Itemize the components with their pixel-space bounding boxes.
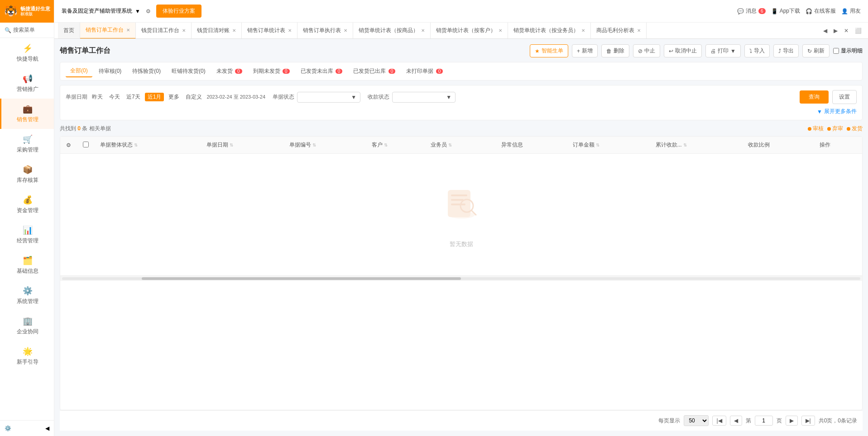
sidebar-item-inventory[interactable]: 📦 库存核算 (0, 159, 54, 190)
tab-margin-label: 商品毛利分析表 (596, 27, 634, 34)
sort-date[interactable]: 单据日期 ⇅ (206, 141, 278, 149)
sidebar-item-finance[interactable]: 💰 资金管理 (0, 190, 54, 220)
date-opt-1month[interactable]: 近1月 (145, 93, 164, 101)
audit-action[interactable]: 审核 (808, 125, 824, 133)
tab-reconciliation[interactable]: 钱货日清对账 ✕ (192, 23, 242, 39)
per-page-select[interactable]: 50 100 200 (684, 415, 709, 426)
tab-maximize-btn[interactable]: ⬜ (852, 27, 864, 35)
payment-select[interactable]: ▼ (392, 92, 456, 103)
tab-close-by-product[interactable]: ✕ (421, 28, 425, 33)
sort-status[interactable]: 单据整体状态 ⇅ (100, 141, 196, 149)
date-opt-more[interactable]: 更多 (167, 92, 181, 102)
app-download-action[interactable]: 📱 App下载 (771, 7, 800, 15)
export-button[interactable]: ⤴ 导出 (773, 44, 799, 57)
scroll-thumb[interactable] (142, 277, 461, 280)
gear-icon[interactable]: ⚙ (146, 8, 151, 14)
import-button[interactable]: ⤵ 导入 (744, 44, 770, 57)
settings-icon[interactable]: ⚙️ (5, 425, 11, 431)
tab-close-order-stats[interactable]: ✕ (288, 28, 292, 33)
tab-close-reconciliation[interactable]: ✕ (232, 28, 236, 33)
show-detail-checkbox[interactable] (833, 48, 839, 54)
ship-action[interactable]: 发货 (847, 125, 863, 133)
sort-customer[interactable]: 客户 ⇅ (372, 141, 420, 149)
sidebar-item-enterprise[interactable]: 🏢 企业协同 (0, 311, 54, 341)
print-button[interactable]: 🖨 打印 ▼ (705, 44, 741, 57)
status-tab-shipped-out[interactable]: 已发货已出库 0 (349, 66, 400, 77)
refresh-button[interactable]: ↻ 刷新 (802, 44, 830, 57)
tab-close-by-staff[interactable]: ✕ (581, 28, 585, 33)
message-action[interactable]: 💬 消息 6 (737, 7, 766, 15)
sort-order-amount[interactable]: 订单金额 ⇅ (573, 141, 644, 149)
sort-collected[interactable]: 累计收款... ⇅ (656, 141, 737, 149)
pagination-first-btn[interactable]: |◀ (712, 416, 726, 426)
sidebar-item-purchase[interactable]: 🛒 采购管理 (0, 129, 54, 159)
user-action[interactable]: 👤 用友 (841, 7, 861, 15)
sidebar-item-operations[interactable]: 📊 经营管理 (0, 220, 54, 250)
tab-close-order-exec[interactable]: ✕ (344, 28, 347, 33)
tab-next-btn[interactable]: ▶ (831, 27, 840, 35)
tab-sales-workbench[interactable]: 销售订单工作台 ✕ (80, 23, 136, 39)
pagination-next-btn[interactable]: ▶ (786, 416, 798, 426)
expand-button[interactable]: ▼ 展开更多条件 (817, 108, 857, 115)
select-all-checkbox[interactable] (83, 142, 89, 147)
pagination-prev-btn[interactable]: ◀ (730, 416, 742, 426)
tab-prev-btn[interactable]: ◀ (820, 27, 830, 35)
sidebar-item-quick-nav[interactable]: ⚡ 快捷导航 (0, 38, 54, 68)
tab-order-exec[interactable]: 销售订单执行表 ✕ (297, 23, 353, 39)
tab-close-sales[interactable]: ✕ (126, 28, 130, 33)
date-opt-7days[interactable]: 近7天 (125, 92, 142, 102)
settings-filter-button[interactable]: 设置 (832, 90, 857, 104)
tab-close-margin[interactable]: ✕ (637, 28, 641, 33)
table-container: ⚙ 单据整体状态 ⇅ 单据日期 (60, 136, 863, 410)
tab-sales-by-staff[interactable]: 销货单统计表（按业务员） ✕ (508, 23, 591, 39)
tab-margin-analysis[interactable]: 商品毛利分析表 ✕ (591, 23, 647, 39)
tab-qianhuo-workbench[interactable]: 钱货日清工作台 ✕ (136, 23, 192, 39)
delete-button[interactable]: 🗑 删除 (601, 44, 629, 57)
sidebar-search[interactable]: 🔍 搜索菜单 (0, 23, 54, 38)
sidebar-item-guide[interactable]: 🌟 新手引导 (0, 341, 54, 371)
star-icon: ★ (535, 48, 540, 54)
sort-salesperson[interactable]: 业务员 ⇅ (431, 141, 490, 149)
page-input[interactable] (755, 416, 773, 426)
date-opt-custom[interactable]: 自定义 (184, 92, 204, 102)
status-tab-all[interactable]: 全部(0) (66, 65, 92, 77)
date-opt-yesterday[interactable]: 昨天 (90, 92, 105, 102)
status-tab-unshipped[interactable]: 未发货 0 (212, 66, 247, 77)
trial-button[interactable]: 体验行业方案 (156, 5, 201, 18)
sort-number[interactable]: 单据编号 ⇅ (289, 141, 361, 149)
status-tab-pending-audit[interactable]: 待审核(0) (94, 66, 126, 77)
revoke-action[interactable]: 弃审 (827, 125, 843, 133)
sidebar-bottom: ⚙️ ◀ (0, 420, 54, 436)
pagination-last-btn[interactable]: ▶| (801, 416, 815, 426)
sidebar-item-basic[interactable]: 🗂️ 基础信息 (0, 250, 54, 280)
status-select[interactable]: ▼ (297, 92, 360, 103)
cancel-pause-button[interactable]: ↩ 取消中止 (664, 44, 702, 57)
th-settings[interactable]: ⚙ (60, 137, 77, 154)
sidebar-item-marketing[interactable]: 📢 营销推广 (0, 68, 54, 99)
add-button[interactable]: + 新增 (572, 44, 598, 57)
tab-close-qianhuo[interactable]: ✕ (182, 28, 186, 33)
show-detail-label[interactable]: 显示明细 (833, 47, 863, 55)
tab-sales-by-customer[interactable]: 销货单统计表（按客户） ✕ (431, 23, 508, 39)
tab-home[interactable]: 首页 (58, 23, 80, 39)
th-checkbox[interactable] (77, 137, 95, 154)
status-tab-pending-check[interactable]: 待拣验货(0) (128, 66, 165, 77)
tab-close-all-btn[interactable]: ✕ (841, 27, 851, 35)
tab-close-by-customer[interactable]: ✕ (499, 28, 502, 33)
tab-order-stats[interactable]: 销售订单统计表 ✕ (242, 23, 297, 39)
date-opt-today[interactable]: 今天 (107, 92, 122, 102)
status-tab-wangpu[interactable]: 旺铺待发货(0) (167, 66, 210, 77)
online-service-action[interactable]: 🎧 在线客服 (806, 7, 836, 15)
collapse-icon[interactable]: ◀ (45, 425, 49, 431)
system-title[interactable]: 装备及固定资产辅助管理系统 ▼ (62, 7, 140, 15)
sidebar-item-system[interactable]: ⚙️ 系统管理 (0, 280, 54, 311)
horizontal-scrollbar[interactable] (60, 275, 862, 281)
status-tab-overdue-ship[interactable]: 到期未发货 0 (249, 66, 294, 77)
pause-button[interactable]: ⊘ 中止 (633, 44, 660, 57)
sidebar-item-sales[interactable]: 💼 销售管理 (0, 99, 54, 129)
smart-create-button[interactable]: ★ 智能生单 (530, 44, 568, 57)
status-tab-shipped-not-out[interactable]: 已发货未出库 0 (296, 66, 347, 77)
query-button[interactable]: 查询 (800, 90, 829, 104)
tab-sales-by-product[interactable]: 销货单统计表（按商品） ✕ (353, 23, 431, 39)
status-tab-unprinted[interactable]: 未打印单据 0 (402, 66, 447, 77)
